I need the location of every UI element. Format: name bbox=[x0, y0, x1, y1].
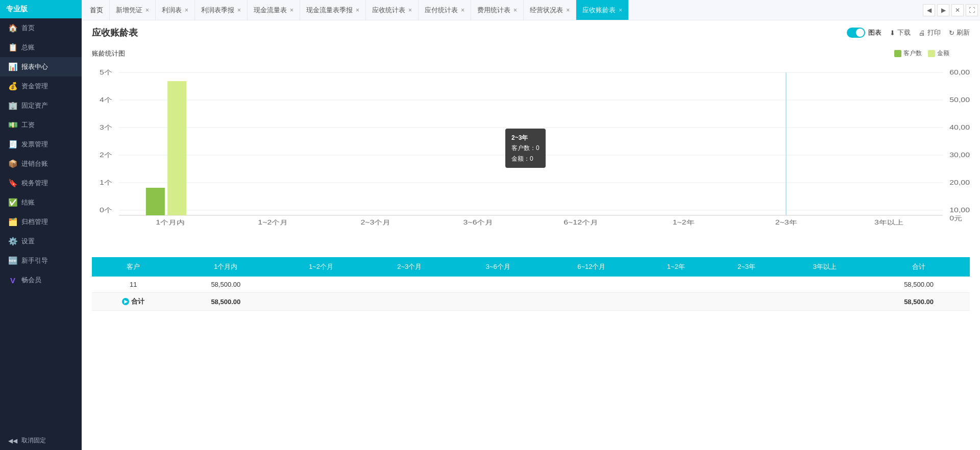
download-btn[interactable]: ⬇ 下载 bbox=[890, 28, 911, 37]
cell-total: 58,500.00 bbox=[868, 277, 970, 293]
chart-legend: 客户数 金额 bbox=[894, 49, 949, 58]
svg-text:2个: 2个 bbox=[100, 152, 112, 159]
sidebar: 专业版 🏠 首页 📋 总账 📊 报表中心 💰 资金管理 🏢 固定资产 💵 工资 … bbox=[0, 0, 82, 450]
member-icon: V bbox=[8, 276, 17, 285]
tab-label: 经营状况表 bbox=[530, 6, 563, 15]
sidebar-item-label: 发票管理 bbox=[21, 140, 48, 149]
total-6-12m bbox=[542, 293, 641, 311]
sidebar-item-ledger[interactable]: 📋 总账 bbox=[0, 38, 82, 57]
tab-receivable-age[interactable]: 应收账龄表 × bbox=[576, 0, 629, 20]
sidebar-item-label: 畅会员 bbox=[21, 276, 41, 285]
sidebar-item-label: 归档管理 bbox=[21, 217, 48, 227]
tab-receivable-stat[interactable]: 应收统计表 × bbox=[366, 0, 419, 20]
sidebar-item-guide[interactable]: 🆕 新手引导 bbox=[0, 251, 82, 270]
assets-icon: 🏢 bbox=[8, 101, 17, 110]
close-icon[interactable]: × bbox=[356, 7, 359, 14]
svg-text:1个: 1个 bbox=[100, 179, 112, 186]
legend-amount-label: 金额 bbox=[937, 49, 949, 58]
sidebar-item-label: 工资 bbox=[21, 120, 35, 130]
close-icon[interactable]: × bbox=[619, 7, 622, 14]
collapse-label: 取消固定 bbox=[21, 436, 46, 445]
page-actions: 图表 ⬇ 下载 🖨 打印 ↻ 刷新 bbox=[847, 28, 970, 38]
svg-text:0元: 0元 bbox=[949, 215, 962, 222]
col-6-12m: 6~12个月 bbox=[542, 257, 641, 277]
report-icon: 📊 bbox=[8, 62, 17, 71]
tab-next-btn[interactable]: ▶ bbox=[937, 4, 949, 16]
sidebar-item-label: 结账 bbox=[21, 198, 35, 207]
svg-text:6~12个月: 6~12个月 bbox=[564, 219, 598, 226]
print-label: 打印 bbox=[927, 28, 941, 37]
sidebar-item-invoice[interactable]: 🧾 发票管理 bbox=[0, 135, 82, 154]
tab-profit[interactable]: 利润表 × bbox=[156, 0, 195, 20]
salary-icon: 💵 bbox=[8, 120, 17, 130]
tab-voucher[interactable]: 新增凭证 × bbox=[110, 0, 156, 20]
tab-prev-btn[interactable]: ◀ bbox=[923, 4, 935, 16]
tab-nav-controls: ◀ ▶ ✕ ⛶ bbox=[923, 4, 978, 16]
cell-customer: 11 bbox=[92, 277, 175, 293]
sidebar-item-report[interactable]: 📊 报表中心 bbox=[0, 57, 82, 77]
close-icon[interactable]: × bbox=[185, 7, 188, 14]
download-label: 下载 bbox=[897, 28, 911, 37]
tab-close-all-btn[interactable]: ✕ bbox=[951, 4, 964, 16]
sidebar-item-settings[interactable]: ⚙️ 设置 bbox=[0, 232, 82, 251]
home-icon: 🏠 bbox=[8, 23, 17, 33]
sidebar-item-salary[interactable]: 💵 工资 bbox=[0, 115, 82, 135]
refresh-icon: ↻ bbox=[949, 29, 954, 37]
svg-text:1~2年: 1~2年 bbox=[673, 219, 695, 226]
close-icon[interactable]: × bbox=[513, 7, 517, 14]
col-1-2y: 1~2年 bbox=[641, 257, 711, 277]
settings-icon: ⚙️ bbox=[8, 237, 17, 246]
tab-cashflow-quarter[interactable]: 现金流量表季报 × bbox=[300, 0, 366, 20]
close-icon[interactable]: × bbox=[408, 7, 412, 14]
close-icon[interactable]: × bbox=[461, 7, 464, 14]
sidebar-item-checkout[interactable]: ✅ 结账 bbox=[0, 193, 82, 212]
tab-label: 应收统计表 bbox=[372, 6, 405, 15]
svg-text:2~3年: 2~3年 bbox=[775, 219, 797, 226]
sidebar-item-member[interactable]: V 畅会员 bbox=[0, 270, 82, 290]
tab-fullscreen-btn[interactable]: ⛶ bbox=[966, 4, 978, 16]
col-2-3m: 2~3个月 bbox=[365, 257, 454, 277]
archive-icon: 🗂️ bbox=[8, 217, 17, 227]
chart-toggle[interactable] bbox=[847, 28, 865, 38]
tab-label: 新增凭证 bbox=[116, 6, 142, 15]
sidebar-collapse-btn[interactable]: ◀◀ 取消固定 bbox=[0, 431, 82, 450]
page-title: 应收账龄表 bbox=[92, 27, 138, 39]
svg-text:20,000.00元: 20,000.00元 bbox=[949, 179, 970, 186]
chart-container: 5个 4个 3个 2个 1个 0个 60,000.00元 50,000.00元 … bbox=[92, 62, 970, 246]
sidebar-item-home[interactable]: 🏠 首页 bbox=[0, 18, 82, 38]
tab-cashflow[interactable]: 现金流量表 × bbox=[248, 0, 300, 20]
tabs-bar: 首页 新增凭证 × 利润表 × 利润表季报 × 现金流量表 × 现金流量表季报 … bbox=[82, 0, 980, 20]
total-1-2m bbox=[277, 293, 365, 311]
tab-home[interactable]: 首页 bbox=[84, 0, 110, 20]
sidebar-item-purchase[interactable]: 📦 进销台账 bbox=[0, 154, 82, 173]
checkout-icon: ✅ bbox=[8, 198, 17, 207]
sidebar-item-archive[interactable]: 🗂️ 归档管理 bbox=[0, 212, 82, 232]
legend-amount: 金额 bbox=[928, 49, 949, 58]
tab-profit-quarter[interactable]: 利润表季报 × bbox=[195, 0, 248, 20]
tab-expense-stat[interactable]: 费用统计表 × bbox=[471, 0, 524, 20]
cell-1m: 58,500.00 bbox=[175, 277, 277, 293]
refresh-btn[interactable]: ↻ 刷新 bbox=[949, 28, 970, 37]
tab-payable-stat[interactable]: 应付统计表 × bbox=[419, 0, 471, 20]
svg-text:3个: 3个 bbox=[100, 124, 112, 131]
tab-label: 费用统计表 bbox=[477, 6, 510, 15]
col-total: 合计 bbox=[868, 257, 970, 277]
collapse-icon: ◀◀ bbox=[8, 437, 17, 444]
refresh-label: 刷新 bbox=[957, 28, 970, 37]
bar-customer-1m bbox=[146, 188, 165, 215]
ledger-icon: 📋 bbox=[8, 43, 17, 52]
close-icon[interactable]: × bbox=[145, 7, 149, 14]
close-icon[interactable]: × bbox=[566, 7, 570, 14]
tab-operation-stat[interactable]: 经营状况表 × bbox=[524, 0, 576, 20]
close-icon[interactable]: × bbox=[290, 7, 293, 14]
sidebar-item-tax[interactable]: 🔖 税务管理 bbox=[0, 173, 82, 193]
close-icon[interactable]: × bbox=[237, 7, 241, 14]
print-icon: 🖨 bbox=[919, 29, 925, 37]
print-btn[interactable]: 🖨 打印 bbox=[919, 28, 941, 37]
cell-2-3y bbox=[711, 277, 781, 293]
table-section: 客户 1个月内 1~2个月 2~3个月 3~6个月 6~12个月 1~2年 2~… bbox=[92, 257, 970, 311]
sidebar-item-capital[interactable]: 💰 资金管理 bbox=[0, 77, 82, 96]
col-2-3y: 2~3年 bbox=[711, 257, 781, 277]
sidebar-item-assets[interactable]: 🏢 固定资产 bbox=[0, 96, 82, 115]
total-2-3y bbox=[711, 293, 781, 311]
